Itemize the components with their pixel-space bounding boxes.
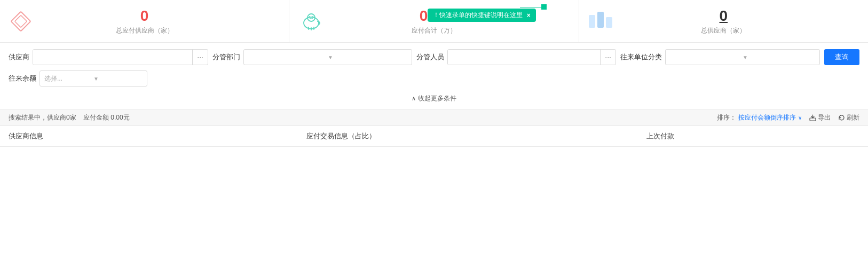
balance-label: 往来余额 [9, 74, 36, 83]
export-label: 导出 [818, 113, 831, 122]
unit-arrow: ▼ [743, 54, 815, 60]
summary-bar: 0 总应付供应商（家） 0.00 应付合计（万） ！快速录单的快捷键说明在这里 … [0, 0, 868, 43]
results-bar: 搜索结果中，供应商0家 应付金额 0.00元 排序： 按应付会额倒序排序 ∨ 导… [0, 110, 868, 126]
unit-select[interactable]: ▼ [665, 49, 820, 65]
results-amount-text: 应付金额 0.00元 [83, 114, 130, 121]
total-payable-num: 0 [140, 7, 149, 25]
filter-unit: 往来单位分类 ▼ [620, 49, 820, 65]
sort-value: 按应付会额倒序排序 [738, 113, 796, 122]
col-transaction-header: 应付交易信息（占比） [306, 131, 647, 141]
total-payable-label: 总应付供应商（家） [116, 26, 173, 35]
shortcut-tooltip[interactable]: ！快速录单的快捷键说明在这里 × [428, 9, 536, 22]
svg-rect-1 [15, 15, 27, 27]
tooltip-line [520, 7, 541, 7]
filter-person: 分管人员 ··· [416, 49, 616, 65]
department-label: 分管部门 [212, 52, 240, 62]
query-button[interactable]: 查询 [824, 49, 859, 65]
refresh-icon [838, 114, 845, 121]
department-arrow: ▼ [328, 54, 407, 60]
export-button[interactable]: 导出 [809, 113, 831, 122]
department-select[interactable]: ▼ [243, 49, 412, 65]
table-body [0, 147, 868, 275]
filter-balance: 往来余额 选择... ▼ [9, 70, 147, 87]
person-label: 分管人员 [416, 52, 444, 62]
refresh-label: 刷新 [847, 113, 859, 122]
results-info: 搜索结果中，供应商0家 应付金额 0.00元 [9, 113, 717, 122]
col-supplier-header: 供应商信息 [9, 131, 306, 141]
summary-card-total-suppliers: 0 总供应商（家） [579, 0, 868, 42]
tooltip-container: ！快速录单的快捷键说明在这里 × [520, 4, 547, 10]
balance-select[interactable]: 选择... ▼ [40, 70, 147, 87]
sort-arrow: ∨ [798, 115, 802, 121]
svg-point-4 [309, 16, 310, 17]
filter-row-2: 往来余额 选择... ▼ [9, 70, 859, 87]
results-actions: 排序： 按应付会额倒序排序 ∨ 导出 刷新 [717, 113, 859, 122]
diamond-icon [9, 9, 33, 34]
supplier-dots-btn[interactable]: ··· [192, 50, 208, 65]
summary-card-total: 0.00 应付合计（万） ！快速录单的快捷键说明在这里 × [289, 0, 579, 42]
filter-department: 分管部门 ▼ [212, 49, 412, 65]
filter-section: 供应商 ··· 分管部门 ▼ 分管人员 ··· 往来单位分类 [0, 43, 868, 110]
collapse-button[interactable]: ∧ 收起更多条件 [412, 94, 456, 103]
table-header: 供应商信息 应付交易信息（占比） 上次付款 [0, 126, 868, 147]
svg-rect-11 [606, 17, 612, 28]
sort-select[interactable]: 排序： 按应付会额倒序排序 ∨ [717, 113, 802, 122]
tooltip-text: ！快速录单的快捷键说明在这里 [433, 11, 523, 20]
tooltip-dot [541, 4, 547, 10]
summary-card-suppliers: 0 总应付供应商（家） [0, 0, 289, 42]
person-dots-btn[interactable]: ··· [600, 50, 616, 65]
export-icon [809, 114, 816, 121]
refresh-button[interactable]: 刷新 [838, 113, 859, 122]
unit-label: 往来单位分类 [620, 52, 662, 62]
supplier-input-group[interactable]: ··· [33, 49, 208, 65]
supplier-input[interactable] [33, 50, 192, 65]
results-search-text: 搜索结果中，供应商0家 [9, 114, 76, 121]
person-input-group[interactable]: ··· [447, 49, 616, 65]
piggy-icon [298, 8, 325, 35]
total-suppliers-num: 0 [720, 7, 728, 25]
svg-rect-12 [810, 118, 816, 121]
filter-supplier: 供应商 ··· [9, 49, 208, 65]
svg-rect-10 [597, 12, 604, 28]
col-supplier-label: 供应商信息 [9, 132, 43, 140]
svg-rect-0 [11, 11, 31, 31]
balance-arrow: ▼ [93, 76, 143, 82]
supplier-label: 供应商 [9, 52, 29, 62]
collapse-row: ∧ 收起更多条件 [9, 92, 859, 107]
filter-row-1: 供应商 ··· 分管部门 ▼ 分管人员 ··· 往来单位分类 [9, 49, 859, 65]
col-transaction-label: 应付交易信息（占比） [306, 132, 376, 140]
suppliers-icon [588, 11, 613, 32]
person-input[interactable] [448, 50, 600, 65]
total-suppliers-label: 总供应商（家） [701, 26, 746, 35]
col-lastpay-header: 上次付款 [646, 131, 859, 141]
balance-placeholder: 选择... [44, 74, 93, 83]
payable-total-label: 应付合计（万） [412, 26, 456, 35]
sort-label: 排序： [717, 113, 736, 122]
col-lastpay-label: 上次付款 [646, 132, 674, 140]
collapse-label: 收起更多条件 [418, 94, 456, 103]
svg-rect-9 [589, 15, 595, 28]
collapse-icon: ∧ [412, 95, 416, 102]
tooltip-close[interactable]: × [527, 12, 531, 19]
svg-point-5 [312, 16, 313, 17]
